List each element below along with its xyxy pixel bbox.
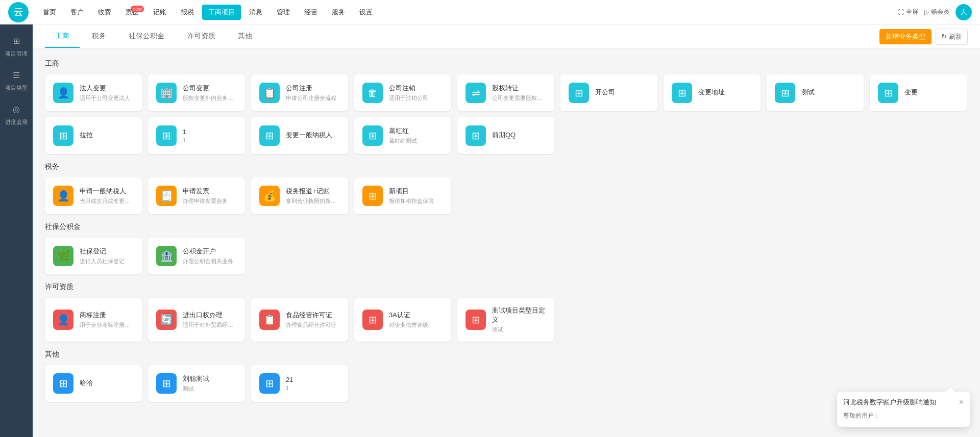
card-icon: 👤 bbox=[53, 310, 74, 330]
card-title: 公积金开户 bbox=[183, 247, 237, 256]
nav-item-工商项目[interactable]: 工商项目 bbox=[202, 5, 241, 20]
sidebar-item-项目管理[interactable]: ⊞ 项目管理 bbox=[0, 29, 33, 63]
nav-item-记账[interactable]: 记账 bbox=[147, 5, 173, 20]
card-葛红红[interactable]: ⊞葛红红葛红红测试 bbox=[354, 117, 451, 154]
nav-item-票据[interactable]: 票据new bbox=[119, 5, 145, 20]
nav-item-消息[interactable]: 消息 bbox=[243, 5, 268, 20]
card-公司注册[interactable]: 📋公司注册申请公司注册全流程 bbox=[251, 74, 348, 111]
card-变更[interactable]: ⊞变更 bbox=[870, 74, 967, 111]
card-title: 前期QQ bbox=[492, 131, 546, 140]
card-哈哈[interactable]: ⊞哈哈 bbox=[45, 365, 142, 402]
nav-item-客户[interactable]: 客户 bbox=[64, 5, 90, 20]
section-title-税务: 税务 bbox=[45, 162, 968, 171]
fullscreen-btn[interactable]: ⛶ 全屏 bbox=[898, 8, 918, 16]
card-desc: 办理申请发票业务 bbox=[183, 197, 237, 205]
card-公司变更[interactable]: 🏢公司变更股权变更外的业务变更 bbox=[148, 74, 245, 111]
card-icon: ⊞ bbox=[362, 125, 383, 146]
card-拉拉[interactable]: ⊞拉拉 bbox=[45, 117, 142, 154]
card-info: 股权转让公司变更需要股权转让 bbox=[492, 84, 546, 102]
card-icon: ⊞ bbox=[259, 125, 280, 146]
avatar[interactable]: 人 bbox=[955, 4, 972, 20]
card-商标注册[interactable]: 👤商标注册用于企业商标注册服务 bbox=[45, 298, 142, 342]
sub-tab-许可资质[interactable]: 许可资质 bbox=[177, 25, 226, 48]
card-食品经营许可证[interactable]: 📋食品经营许可证办理食品经营许可证 bbox=[251, 298, 348, 342]
card-社保登记[interactable]: 🌿社保登记进行人员社保登记 bbox=[45, 238, 142, 274]
sub-tab-其他[interactable]: 其他 bbox=[228, 25, 262, 48]
nav-item-收费[interactable]: 收费 bbox=[92, 5, 117, 20]
card-title: 葛红红 bbox=[389, 126, 443, 136]
card-icon: 📋 bbox=[259, 310, 280, 330]
card-title: 申请一般纳税人 bbox=[80, 187, 134, 196]
card-icon: 🏢 bbox=[156, 83, 177, 103]
card-title: 税务报道+记账 bbox=[286, 187, 340, 196]
card-info: 商标注册用于企业商标注册服务 bbox=[80, 311, 134, 329]
card-title: 变更地址 bbox=[698, 88, 752, 97]
card-icon: ⊞ bbox=[672, 83, 692, 103]
card-title: 刘聪测试 bbox=[183, 374, 237, 383]
card-新项目[interactable]: ⊞新项目报税加税控盘保管 bbox=[354, 177, 451, 214]
card-icon: ⊞ bbox=[259, 373, 280, 394]
nav-item-首页[interactable]: 首页 bbox=[37, 5, 62, 20]
nav-item-管理[interactable]: 管理 bbox=[271, 5, 296, 20]
card-21[interactable]: ⊞211 bbox=[251, 365, 348, 402]
new-type-button[interactable]: 新增业务类型 bbox=[879, 29, 932, 44]
card-icon: 💰 bbox=[259, 186, 280, 206]
card-法人变更[interactable]: 👤法人变更适用于公司变更法人 bbox=[45, 74, 142, 111]
card-开公司[interactable]: ⊞开公司 bbox=[560, 74, 657, 111]
notification-popup: 河北税务数字账户升级影响通知 × 尊敬的用户： bbox=[837, 392, 970, 427]
card-desc: 进行人员社保登记 bbox=[80, 258, 134, 265]
card-title: 变更一般纳税人 bbox=[286, 131, 340, 140]
nav-item-报税[interactable]: 报税 bbox=[175, 5, 200, 20]
card-测试[interactable]: ⊞测试 bbox=[767, 74, 864, 111]
card-税务报道+记账[interactable]: 💰税务报道+记账拿到营业执照的新公司 bbox=[251, 177, 348, 214]
card-申请发票[interactable]: 🧾申请发票办理申请发票业务 bbox=[148, 177, 245, 214]
card-info: 公司注销适用于注销公司 bbox=[389, 84, 443, 102]
card-info: 刘聪测试测试 bbox=[183, 374, 237, 393]
card-title: 公司变更 bbox=[183, 84, 237, 93]
sidebar-item-进度监测[interactable]: ◎ 进度监测 bbox=[0, 97, 33, 131]
card-进出口权办理[interactable]: 🔄进出口权办理适用于对外贸易经营者 bbox=[148, 298, 245, 342]
sub-tab-税务[interactable]: 税务 bbox=[82, 25, 116, 48]
card-info: 变更 bbox=[904, 88, 959, 98]
card-前期QQ[interactable]: ⊞前期QQ bbox=[457, 117, 554, 154]
card-info: 211 bbox=[286, 376, 340, 391]
content-area: 工商👤法人变更适用于公司变更法人🏢公司变更股权变更外的业务变更📋公司注册申请公司… bbox=[33, 49, 980, 412]
nav-item-服务[interactable]: 服务 bbox=[326, 5, 351, 20]
card-icon: ⊞ bbox=[362, 186, 383, 206]
sub-tab-工商[interactable]: 工商 bbox=[45, 25, 80, 48]
card-info: 开公司 bbox=[595, 88, 649, 98]
card-title: 股权转让 bbox=[492, 84, 546, 93]
card-变更一般纳税人[interactable]: ⊞变更一般纳税人 bbox=[251, 117, 348, 154]
card-1[interactable]: ⊞11 bbox=[148, 117, 245, 154]
notification-close-button[interactable]: × bbox=[959, 398, 964, 407]
card-desc: 当月或次月成变更完成 bbox=[80, 197, 134, 205]
card-申请一般纳税人[interactable]: 👤申请一般纳税人当月或次月成变更完成 bbox=[45, 177, 142, 214]
nav-item-经营[interactable]: 经营 bbox=[298, 5, 324, 20]
refresh-button[interactable]: ↻ 刷新 bbox=[936, 29, 968, 45]
cards-grid-许可资质: 👤商标注册用于企业商标注册服务🔄进出口权办理适用于对外贸易经营者📋食品经营许可证… bbox=[45, 298, 968, 342]
play-icon: ▷ bbox=[924, 9, 929, 16]
card-title: 哈哈 bbox=[80, 378, 134, 388]
card-公积金开户[interactable]: 🏦公积金开户办理公积金相关业务 bbox=[148, 238, 245, 274]
cards-grid-工商: 👤法人变更适用于公司变更法人🏢公司变更股权变更外的业务变更📋公司注册申请公司注册… bbox=[45, 74, 968, 154]
card-title: 公司注销 bbox=[389, 84, 443, 93]
card-icon: ⊞ bbox=[465, 125, 486, 146]
card-股权转让[interactable]: ⇌股权转让公司变更需要股权转让 bbox=[457, 74, 554, 111]
cards-grid-税务: 👤申请一般纳税人当月或次月成变更完成🧾申请发票办理申请发票业务💰税务报道+记账拿… bbox=[45, 177, 968, 214]
card-title: 变更 bbox=[904, 88, 959, 97]
vip-btn[interactable]: ▷ 畅会员 bbox=[924, 8, 949, 16]
sub-tab-社保公积金[interactable]: 社保公积金 bbox=[118, 25, 175, 48]
card-刘聪测试[interactable]: ⊞刘聪测试测试 bbox=[148, 365, 245, 402]
sidebar-item-项目类型[interactable]: ☰ 项目类型 bbox=[0, 63, 33, 97]
card-desc: 办理公积金相关业务 bbox=[183, 258, 237, 265]
section-title-其他: 其他 bbox=[45, 350, 968, 359]
card-info: 3A认证对企业信誉评级 bbox=[389, 311, 443, 329]
card-公司注销[interactable]: 🗑公司注销适用于注销公司 bbox=[354, 74, 451, 111]
card-测试项目类型目定义[interactable]: ⊞测试项目类型目定义测试 bbox=[457, 298, 554, 342]
card-3A认证[interactable]: ⊞3A认证对企业信誉评级 bbox=[354, 298, 451, 342]
nav-item-设置[interactable]: 设置 bbox=[353, 5, 379, 20]
card-desc: 1 bbox=[286, 385, 340, 391]
card-title: 1 bbox=[183, 128, 237, 136]
card-变更地址[interactable]: ⊞变更地址 bbox=[664, 74, 761, 111]
card-title: 新项目 bbox=[389, 187, 443, 196]
